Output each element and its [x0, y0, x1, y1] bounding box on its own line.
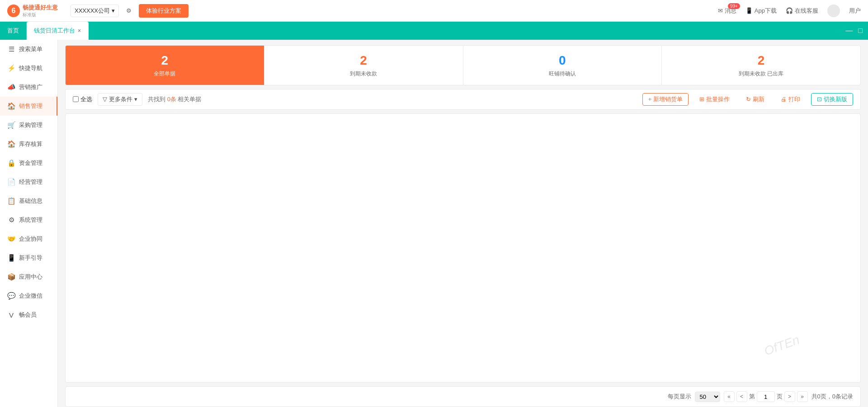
sidebar-label-member: 畅会员: [19, 311, 37, 319]
add-sales-button[interactable]: + 新增销货单: [642, 93, 689, 106]
app-icon: 📱: [745, 7, 753, 14]
per-page-select[interactable]: 50 100: [695, 392, 720, 402]
sidebar-label-guide: 新手引导: [19, 254, 42, 262]
brand-info: 畅捷通好生意 标准版: [23, 4, 58, 18]
sidebar-label-marketing: 营销推广: [19, 83, 42, 91]
sidebar-item-basic-info[interactable]: 📋 基础信息: [0, 192, 57, 211]
sidebar-item-wechat[interactable]: 💬 企业微信: [0, 286, 57, 305]
header-right: ✉ 消息 99+ 📱 App下载 🎧 在线客服 用户: [718, 5, 861, 17]
app-download-action[interactable]: 📱 App下载: [745, 7, 777, 15]
sidebar-item-marketing[interactable]: 📣 营销推广: [0, 78, 57, 97]
sidebar-item-search-menu[interactable]: ☰ 搜索菜单: [0, 40, 57, 59]
card-label-overdue: 到期未收款: [270, 70, 458, 78]
switch-icon: ⊡: [817, 96, 822, 103]
tab-close-icon[interactable]: ×: [78, 28, 81, 34]
sidebar-item-sales[interactable]: 🏠 销售管理: [0, 97, 57, 116]
sidebar-label-system: 系统管理: [19, 216, 42, 224]
tab-home[interactable]: 首页: [0, 22, 27, 40]
system-icon: ⚙: [7, 216, 15, 224]
wechat-icon: 💬: [7, 292, 15, 300]
sidebar-item-operation[interactable]: 📄 经营管理: [0, 173, 57, 192]
experience-button[interactable]: 体验行业方案: [139, 4, 189, 18]
filter-button[interactable]: ▽ 更多条件 ▾: [98, 93, 142, 106]
main-layout: ☰ 搜索菜单 ⚡ 快捷导航 📣 营销推广 🏠 销售管理 🛒 采购管理 🏠 库存核…: [0, 40, 868, 407]
sidebar-item-purchase[interactable]: 🛒 采购管理: [0, 116, 57, 135]
select-all-label: 全选: [80, 95, 92, 103]
first-page-btn[interactable]: «: [724, 391, 735, 402]
sidebar-item-quick-nav[interactable]: ⚡ 快捷导航: [0, 59, 57, 78]
filter-dropdown-icon: ▾: [134, 96, 137, 103]
brand-sub: 标准版: [23, 12, 58, 18]
card-all[interactable]: 2 全部单据: [66, 46, 264, 85]
toolbar: 全选 ▽ 更多条件 ▾ 共找到 0条 相关单据 + 新增销货单 ⊞ 批量操作: [65, 89, 861, 110]
refresh-button[interactable]: ↻ 刷新: [741, 94, 770, 105]
tab-active[interactable]: 钱货日清工作台 ×: [27, 22, 89, 40]
search-menu-icon: ☰: [7, 45, 15, 53]
card-shipped[interactable]: 2 到期未收款 已出库: [662, 46, 860, 85]
sidebar-label-finance: 资金管理: [19, 159, 42, 167]
filter-icon: ▽: [103, 96, 107, 103]
sidebar-label-basic-info: 基础信息: [19, 197, 42, 205]
print-label: 打印: [788, 95, 800, 103]
tab-active-label: 钱货日清工作台: [34, 27, 75, 35]
print-button[interactable]: 🖨 打印: [775, 94, 806, 105]
page-prefix: 第: [749, 393, 755, 401]
batch-button[interactable]: ⊞ 批量操作: [694, 94, 735, 105]
card-count-overdue: 2: [270, 53, 458, 68]
sidebar-label-wechat: 企业微信: [19, 292, 42, 300]
last-page-btn[interactable]: »: [797, 391, 808, 402]
user-name[interactable]: 用户: [849, 7, 861, 15]
inventory-icon: 🏠: [7, 140, 15, 148]
app-center-icon: 📦: [7, 273, 15, 281]
card-label-wangpu: 旺铺待确认: [469, 70, 656, 78]
message-action[interactable]: ✉ 消息 99+: [718, 7, 736, 15]
operation-icon: 📄: [7, 178, 15, 186]
sidebar-label-app-center: 应用中心: [19, 273, 42, 281]
sidebar-label-quick-nav: 快捷导航: [19, 64, 42, 72]
app-label: App下载: [755, 7, 777, 15]
user-label: 用户: [849, 7, 861, 15]
brand-icon: 6: [7, 5, 20, 17]
tab-minimize-btn[interactable]: —: [845, 27, 853, 35]
pagination: 每页显示 50 100 « < 第 页 > » 共0页，0条记录: [65, 386, 861, 407]
finance-icon: 🔒: [7, 159, 15, 167]
tab-bar: 首页 钱货日清工作台 × — □: [0, 22, 868, 40]
found-suffix: 相关单据: [178, 96, 201, 103]
prev-page-btn[interactable]: <: [736, 391, 747, 402]
select-all-checkbox[interactable]: 全选: [73, 95, 92, 103]
basic-info-icon: 📋: [7, 197, 15, 205]
sidebar-item-enterprise[interactable]: 🤝 企业协同: [0, 229, 57, 248]
table-area: [65, 113, 861, 383]
sidebar-item-finance[interactable]: 🔒 资金管理: [0, 154, 57, 173]
page-suffix: 页: [777, 393, 783, 401]
sidebar-item-inventory[interactable]: 🏠 库存核算: [0, 135, 57, 154]
found-prefix: 共找到: [148, 96, 165, 103]
sidebar-label-purchase: 采购管理: [19, 121, 42, 129]
avatar[interactable]: [827, 5, 840, 17]
sidebar-label-enterprise: 企业协同: [19, 235, 42, 243]
batch-label: 批量操作: [706, 95, 730, 103]
switch-label: 切换新版: [824, 95, 847, 103]
service-action[interactable]: 🎧 在线客服: [786, 7, 818, 15]
filter-label: 更多条件: [109, 95, 132, 103]
sidebar-item-app-center[interactable]: 📦 应用中心: [0, 267, 57, 286]
select-all-input[interactable]: [73, 96, 79, 102]
sidebar-item-guide[interactable]: 📱 新手引导: [0, 248, 57, 267]
print-icon: 🖨: [781, 96, 787, 103]
batch-icon: ⊞: [699, 96, 704, 103]
sidebar-item-system[interactable]: ⚙ 系统管理: [0, 211, 57, 229]
message-badge: 99+: [728, 3, 740, 9]
sidebar: ☰ 搜索菜单 ⚡ 快捷导航 📣 营销推广 🏠 销售管理 🛒 采购管理 🏠 库存核…: [0, 40, 58, 407]
sidebar-item-member[interactable]: V 畅会员: [0, 305, 57, 324]
card-overdue[interactable]: 2 到期未收款: [264, 46, 463, 85]
switch-version-button[interactable]: ⊡ 切换新版: [811, 93, 853, 106]
card-wangpu[interactable]: 0 旺铺待确认: [463, 46, 662, 85]
company-selector[interactable]: XXXXXX公司 ▾: [71, 5, 119, 17]
settings-button[interactable]: ⚙: [123, 5, 135, 17]
found-text: 共找到 0条 相关单据: [148, 95, 201, 103]
tab-maximize-btn[interactable]: □: [858, 27, 863, 35]
page-number-input[interactable]: [757, 391, 775, 402]
toolbar-left: 全选 ▽ 更多条件 ▾ 共找到 0条 相关单据: [73, 93, 201, 106]
sidebar-label-search-menu: 搜索菜单: [19, 45, 42, 53]
next-page-btn[interactable]: >: [784, 391, 795, 402]
